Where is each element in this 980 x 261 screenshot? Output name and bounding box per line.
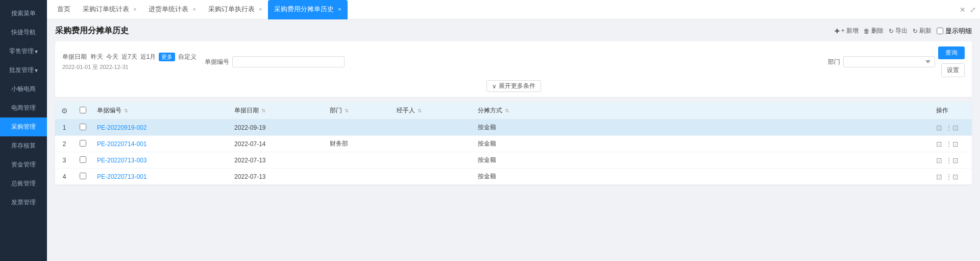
tab-inbound-stats[interactable]: 进货单统计表 × xyxy=(142,0,202,19)
chevron-down-icon: ▾ xyxy=(35,67,38,74)
row-select-checkbox[interactable] xyxy=(80,173,86,179)
shortcut-yesterday[interactable]: 昨天 xyxy=(91,53,103,61)
settings-button[interactable]: 设置 xyxy=(941,63,965,77)
refresh-button[interactable]: ↻ 刷新 xyxy=(913,27,932,35)
sidebar-item-xiaochang[interactable]: 小畅电商 xyxy=(0,80,47,99)
shortcut-custom[interactable]: 自定义 xyxy=(178,53,197,61)
dept-select[interactable]: 财务部 xyxy=(843,56,935,67)
tab-close-icon[interactable]: × xyxy=(259,6,262,12)
tab-bar: 首页 采购订单统计表 × 进货单统计表 × 采购订单执行表 × 采购费用分摊单历… xyxy=(47,0,980,19)
sort-icon-dept[interactable]: ⇅ xyxy=(345,108,349,113)
row-doc-no: PE-20220714-001 xyxy=(92,136,229,152)
expand-label: 展开更多条件 xyxy=(499,82,535,90)
sidebar-item-purchase[interactable]: 采购管理 xyxy=(0,117,47,136)
doc-no-link[interactable]: PE-20220713-003 xyxy=(97,157,146,164)
tab-label: 首页 xyxy=(57,5,70,14)
date-filter-top: 单据日期 昨天 今天 近7天 近1月 更多 自定义 xyxy=(62,53,197,61)
doc-no-link[interactable]: PE-20220919-002 xyxy=(97,124,146,131)
tab-bar-actions: ✕ ⤢ xyxy=(960,6,976,14)
th-date: 单据日期 ⇅ xyxy=(229,102,325,120)
row-doc-no: PE-20220713-001 xyxy=(92,169,229,185)
show-columns-label: 显示明细 xyxy=(945,27,972,36)
row-handler xyxy=(391,120,473,136)
doc-no-link[interactable]: PE-20220714-001 xyxy=(97,140,146,148)
sort-icon-doc-no[interactable]: ⇅ xyxy=(124,108,128,113)
shortcut-7days[interactable]: 近7天 xyxy=(121,53,137,61)
table-header-row: ⚙ 单据编号 ⇅ 单据日期 ⇅ xyxy=(55,102,972,120)
row-date: 2022-07-13 xyxy=(229,152,325,169)
select-all-checkbox[interactable] xyxy=(80,107,86,113)
doc-no-input[interactable] xyxy=(232,56,345,67)
sidebar-item-label: 零售管理 xyxy=(9,47,34,56)
sort-icon-handler[interactable]: ⇅ xyxy=(418,108,422,113)
sidebar-item-ecommerce[interactable]: 电商管理 xyxy=(0,99,47,117)
th-checkbox xyxy=(74,102,92,120)
table-row: 4 PE-20220713-001 2022-07-13 按金额 ⊡ ⋮⊡ xyxy=(55,169,972,185)
edit-icon[interactable]: ⊡ xyxy=(936,124,942,132)
col-doc-no-label: 单据编号 xyxy=(97,107,121,114)
maximize-icon[interactable]: ⤢ xyxy=(970,6,976,14)
edit-icon[interactable]: ⊡ xyxy=(936,140,942,148)
row-dept xyxy=(325,152,391,169)
query-button[interactable]: 查询 xyxy=(938,46,965,59)
row-method: 按金额 xyxy=(473,169,931,185)
sidebar-item-finance[interactable]: 资金管理 xyxy=(0,155,47,174)
sort-icon-method[interactable]: ⇅ xyxy=(505,108,509,113)
edit-icon[interactable]: ⊡ xyxy=(936,156,942,164)
tab-purchase-cost-history[interactable]: 采购费用分摊单历史 × xyxy=(268,0,347,19)
shortcut-today[interactable]: 今天 xyxy=(106,53,118,61)
main-content: 首页 采购订单统计表 × 进货单统计表 × 采购订单执行表 × 采购费用分摊单历… xyxy=(47,0,980,261)
sidebar-item-search[interactable]: 搜索菜单 xyxy=(0,4,47,23)
sidebar-item-label: 批发管理 xyxy=(9,66,34,75)
row-doc-no: PE-20220713-003 xyxy=(92,152,229,169)
add-button[interactable]: ✚ + 新增 xyxy=(835,27,859,35)
sidebar-item-shortcuts[interactable]: 快捷导航 xyxy=(0,23,47,42)
th-ops: 操作 xyxy=(931,102,972,120)
sidebar-item-label: 发票管理 xyxy=(2,198,45,207)
row-checkbox xyxy=(74,120,92,136)
more-icon[interactable]: ⋮⊡ xyxy=(945,156,959,164)
row-select-checkbox[interactable] xyxy=(80,140,86,147)
tab-close-icon[interactable]: × xyxy=(338,6,341,12)
shortcut-more[interactable]: 更多 xyxy=(159,53,175,61)
expand-button[interactable]: ∨ 展开更多条件 xyxy=(486,80,541,92)
sidebar-item-inventory[interactable]: 库存核算 xyxy=(0,136,47,155)
row-select-checkbox[interactable] xyxy=(80,124,86,130)
sort-icon-date[interactable]: ⇅ xyxy=(261,108,265,113)
more-icon[interactable]: ⋮⊡ xyxy=(945,140,959,148)
tab-purchase-stats[interactable]: 采购订单统计表 × xyxy=(77,0,142,19)
more-icon[interactable]: ⋮⊡ xyxy=(945,173,959,181)
row-seq: 4 xyxy=(55,169,74,185)
doc-no-label: 单据编号 xyxy=(205,58,229,66)
delete-button[interactable]: 🗑 删除 xyxy=(864,27,884,35)
row-ops: ⊡ ⋮⊡ xyxy=(931,120,972,136)
shortcut-1month[interactable]: 近1月 xyxy=(140,53,156,61)
col-dept-label: 部门 xyxy=(330,107,342,114)
tab-purchase-exec[interactable]: 采购订单执行表 × xyxy=(202,0,268,19)
edit-icon[interactable]: ⊡ xyxy=(936,173,942,181)
row-handler xyxy=(391,136,473,152)
page-header: 采购费用分摊单历史 ✚ + 新增 🗑 删除 ↻ 导出 ↻ 刷新 xyxy=(55,26,972,36)
tab-close-icon[interactable]: × xyxy=(192,6,195,12)
sidebar-item-label: 电商管理 xyxy=(2,104,45,112)
row-date: 2022-07-13 xyxy=(229,169,325,185)
show-columns-checkbox[interactable] xyxy=(937,28,943,34)
row-method: 按金额 xyxy=(473,136,931,152)
tab-home[interactable]: 首页 xyxy=(51,0,77,19)
sidebar-item-wholesale[interactable]: 批发管理 ▾ xyxy=(0,61,47,80)
column-settings-icon[interactable]: ⚙ xyxy=(61,107,68,115)
sidebar-item-retail[interactable]: 零售管理 ▾ xyxy=(0,42,47,61)
show-columns-group: 显示明细 xyxy=(937,27,972,36)
tab-close-icon[interactable]: × xyxy=(133,6,136,12)
sidebar-item-label: 小畅电商 xyxy=(2,85,45,93)
sidebar: 搜索菜单 快捷导航 零售管理 ▾ 批发管理 ▾ 小畅电商 电商管理 采购管理 库… xyxy=(0,0,47,261)
sidebar-item-invoice[interactable]: 发票管理 xyxy=(0,193,47,212)
sidebar-item-ledger[interactable]: 总账管理 xyxy=(0,174,47,193)
col-date-label: 单据日期 xyxy=(234,107,259,114)
more-icon[interactable]: ⋮⊡ xyxy=(945,124,959,132)
doc-no-link[interactable]: PE-20220713-001 xyxy=(97,173,146,180)
export-button[interactable]: ↻ 导出 xyxy=(889,27,908,35)
row-select-checkbox[interactable] xyxy=(80,156,86,163)
chevron-down-icon: ∨ xyxy=(492,83,497,90)
close-icon[interactable]: ✕ xyxy=(960,6,966,14)
